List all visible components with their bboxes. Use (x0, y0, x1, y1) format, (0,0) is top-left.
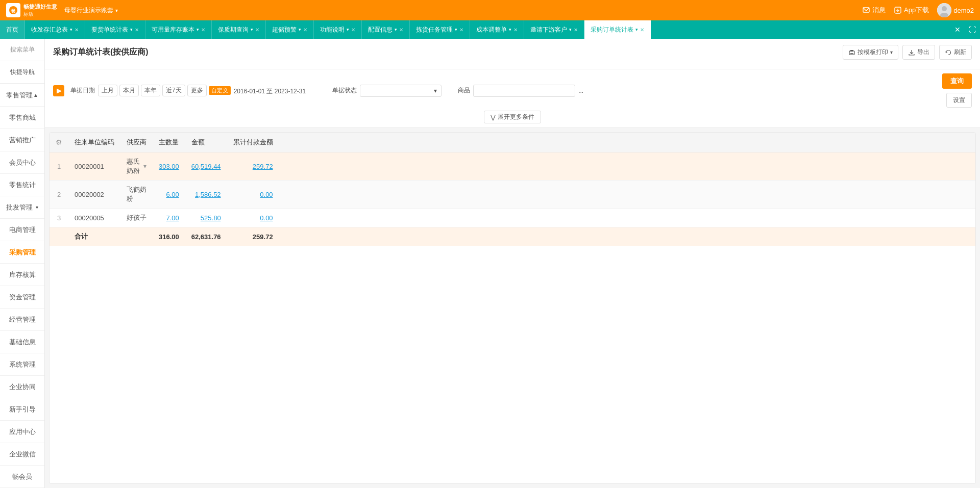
sidebar-item-快捷导航[interactable]: 快捷导航 (0, 61, 44, 84)
sidebar-item-经营管理[interactable]: 经营管理 (0, 309, 44, 331)
table-footer-row: 合计 316.00 62,631.76 259.72 (50, 227, 975, 246)
tab-可用量库存账本[interactable]: 可用量库存账本 ▾ ✕ (145, 20, 212, 39)
tab-邀请下游客户[interactable]: 邀请下游客户 ▾ ✕ (524, 20, 584, 39)
sidebar-item-零售管理[interactable]: 零售管理 ▲ (0, 84, 44, 107)
filter-date-group: 单据日期 上月 本月 本年 近7天 更多 自定义 2016-01-01 至 20… (70, 85, 306, 96)
date-more-button[interactable]: 更多 (187, 85, 207, 96)
sidebar-item-新手引导[interactable]: 新手引导 (0, 398, 44, 421)
row-index: 1 (50, 152, 68, 181)
sidebar-item-会员中心[interactable]: 会员中心 (0, 151, 44, 174)
row-code: 00020005 (68, 209, 120, 227)
row-supplier: 好孩子 (120, 209, 153, 227)
row-expand-icon[interactable]: ▾ (143, 163, 146, 170)
message-button[interactable]: 消息 (862, 6, 886, 15)
sidebar-item-批发管理[interactable]: 批发管理 ▾ (0, 196, 44, 219)
sidebar-item-零售统计[interactable]: 零售统计 (0, 174, 44, 196)
sidebar-item-资金管理[interactable]: 资金管理 (0, 286, 44, 309)
user-profile-button[interactable]: demo2 (937, 3, 974, 17)
svg-rect-8 (849, 51, 854, 55)
nav-maximize-button[interactable]: ⛶ (965, 25, 980, 34)
row-amount[interactable]: 525.80 (185, 209, 227, 227)
workspace-selector[interactable]: 母婴行业演示账套 ▾ (61, 5, 121, 16)
tab-采购订单统计表[interactable]: 采购订单统计表 ▾ ✕ (584, 20, 651, 39)
row-paid[interactable]: 259.72 (227, 152, 279, 181)
row-code: 00020001 (68, 152, 120, 181)
date-quick-7days[interactable]: 近7天 (162, 85, 185, 96)
top-bar: 畅 畅捷通好生意 标版 母婴行业演示账套 ▾ 消息 App下载 demo2 (0, 0, 980, 20)
row-empty (279, 181, 975, 209)
tab-保质期查询[interactable]: 保质期查询 ▾ ✕ (212, 20, 266, 39)
tab-成本调整单[interactable]: 成本调整单 ▾ ✕ (470, 20, 524, 39)
sidebar-item-畅会员[interactable]: 畅会员 (0, 466, 44, 488)
row-amount[interactable]: 60,519.44 (185, 152, 227, 181)
date-quick-this-year[interactable]: 本年 (141, 85, 160, 96)
row-code: 00020002 (68, 181, 120, 209)
settings-col-icon[interactable]: ⚙ (56, 138, 62, 146)
sidebar-item-应用中心[interactable]: 应用中心 (0, 421, 44, 443)
tab-超储预警[interactable]: 超储预警 ▾ ✕ (266, 20, 314, 39)
tab-功能说明[interactable]: 功能说明 ▾ ✕ (314, 20, 362, 39)
logo-icon: 畅 (6, 3, 20, 17)
sidebar: 搜索菜单 快捷导航 零售管理 ▲ 零售商城 营销推广 会员中心 零售统计 批发管… (0, 39, 45, 488)
sidebar-item-企业协同[interactable]: 企业协同 (0, 376, 44, 398)
filter-toggle-button[interactable]: ▶ (53, 85, 64, 96)
svg-text:畅: 畅 (11, 9, 15, 13)
row-paid[interactable]: 0.00 (227, 209, 279, 227)
sidebar-item-系统管理[interactable]: 系统管理 (0, 353, 44, 376)
col-amount: 金额 (185, 133, 227, 152)
col-paid: 累计付款金额 (227, 133, 279, 152)
sidebar-item-库存核算[interactable]: 库存核算 (0, 264, 44, 286)
nav-close-all-button[interactable]: ✕ (950, 25, 965, 34)
tab-收发存汇总表[interactable]: 收发存汇总表 ▾ ✕ (25, 20, 85, 39)
row-amount[interactable]: 1,586.52 (185, 181, 227, 209)
table-row: 3 00020005 好孩子 7.00 525.80 0.00 (50, 209, 975, 227)
page-title: 采购订单统计表(按供应商) (53, 47, 149, 58)
tab-home[interactable]: 首页 (0, 20, 25, 39)
status-filter-select[interactable]: ▾ (360, 85, 442, 97)
tab-配置信息[interactable]: 配置信息 ▾ ✕ (362, 20, 410, 39)
footer-empty1 (50, 227, 68, 246)
custom-date-badge: 自定义 (209, 86, 231, 95)
tab-拣货任务管理[interactable]: 拣货任务管理 ▾ ✕ (410, 20, 470, 39)
goods-more-icon[interactable]: ... (578, 87, 583, 94)
row-paid[interactable]: 0.00 (227, 181, 279, 209)
row-qty[interactable]: 7.00 (153, 209, 185, 227)
sidebar-search[interactable]: 搜索菜单 (0, 39, 44, 61)
expand-filters-button[interactable]: ⋁ 展开更多条件 (484, 111, 541, 123)
status-filter-label: 单据状态 (332, 86, 357, 95)
page-header: 采购订单统计表(按供应商) 按模板打印 ▾ 导出 刷新 (45, 39, 980, 69)
row-qty[interactable]: 6.00 (153, 181, 185, 209)
template-print-button[interactable]: 按模板打印 ▾ (843, 45, 898, 60)
page-actions: 按模板打印 ▾ 导出 刷新 (843, 45, 972, 60)
footer-amount: 62,631.76 (185, 227, 227, 246)
avatar (937, 3, 951, 17)
sidebar-item-基础信息[interactable]: 基础信息 (0, 331, 44, 353)
col-supplier: 供应商 (120, 133, 153, 152)
sidebar-item-营销推广[interactable]: 营销推广 (0, 129, 44, 151)
logo-text: 畅捷通好生意 标版 (23, 3, 57, 17)
refresh-button[interactable]: 刷新 (939, 45, 972, 60)
export-button[interactable]: 导出 (902, 45, 935, 60)
tab-要货单统计表[interactable]: 要货单统计表 ▾ ✕ (85, 20, 145, 39)
logo-area: 畅 畅捷通好生意 标版 (6, 3, 57, 17)
sidebar-item-企业微信[interactable]: 企业微信 (0, 443, 44, 466)
date-quick-buttons: 上月 本月 本年 近7天 更多 自定义 (98, 85, 231, 96)
query-button[interactable]: 查询 (942, 73, 972, 89)
app-download-button[interactable]: App下载 (894, 6, 929, 15)
table-row: 1 00020001 惠氏奶粉 ▾ 303.00 60,519.44 259.7… (50, 152, 975, 181)
goods-filter-input[interactable] (473, 85, 575, 97)
row-qty[interactable]: 303.00 (153, 152, 185, 181)
sidebar-item-电商管理[interactable]: 电商管理 (0, 219, 44, 241)
sidebar-item-采购管理[interactable]: 采购管理 (0, 241, 44, 264)
table-row: 2 00020002 飞鹤奶粉 6.00 1,586.52 0.00 (50, 181, 975, 209)
date-quick-last-month[interactable]: 上月 (98, 85, 117, 96)
row-empty (279, 209, 975, 227)
date-quick-this-month[interactable]: 本月 (119, 85, 139, 96)
svg-rect-9 (850, 50, 853, 52)
content-area: 采购订单统计表(按供应商) 按模板打印 ▾ 导出 刷新 (45, 39, 980, 488)
settings-button[interactable]: 设置 (946, 93, 972, 108)
row-empty (279, 152, 975, 181)
sidebar-item-零售商城[interactable]: 零售商城 (0, 107, 44, 129)
col-empty (279, 133, 975, 152)
col-settings[interactable]: ⚙ (50, 133, 68, 152)
